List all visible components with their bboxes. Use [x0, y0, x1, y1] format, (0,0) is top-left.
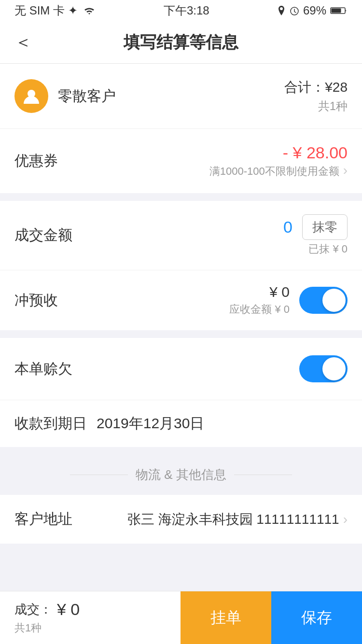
back-button[interactable]: ＜ — [14, 30, 32, 54]
logistics-header: 物流 & 其他信息 — [0, 455, 362, 495]
debit-toggle[interactable] — [299, 355, 348, 382]
toggle-knob — [322, 289, 346, 312]
deal-amount-right: 0 抹零 已抹 ¥ 0 — [283, 214, 348, 256]
address-section: 客户地址 张三 海淀永丰科技园 11111111111 › — [0, 495, 362, 544]
prepayment-toggle[interactable] — [299, 287, 348, 314]
user-icon — [22, 86, 41, 106]
svg-rect-2 — [332, 9, 341, 13]
deal-amount-row: 成交金额 0 抹零 已抹 ¥ 0 — [0, 201, 362, 270]
duedate-row: 收款到期日 2019年12月30日 — [0, 400, 362, 447]
coupon-right: - ¥ 28.00 满1000-100不限制使用金额 › — [209, 143, 348, 179]
nav-bar: ＜ 填写结算等信息 — [0, 21, 362, 64]
bottom-count: 共1种 — [14, 621, 181, 635]
address-label: 客户地址 — [14, 509, 72, 529]
bottom-deal: 成交： ¥ 0 — [14, 600, 181, 619]
prepayment-sub: 应收金额 ¥ 0 — [229, 302, 290, 317]
round-zero-button[interactable]: 抹零 — [302, 214, 348, 240]
wifi-icon — [83, 6, 96, 15]
deal-amount-sub: 已抹 ¥ 0 — [283, 242, 348, 256]
bottom-info: 成交： ¥ 0 共1种 — [0, 591, 181, 644]
customer-total: 合计：¥28 共1种 — [284, 78, 348, 114]
customer-avatar — [14, 79, 48, 113]
location-icon — [277, 6, 286, 15]
page-title: 填写结算等信息 — [124, 31, 238, 54]
duedate-value: 2019年12月30日 — [97, 414, 204, 434]
coupon-row[interactable]: 优惠券 - ¥ 28.00 满1000-100不限制使用金额 › — [0, 128, 362, 193]
customer-section: 零散客户 合计：¥28 共1种 优惠券 - ¥ 28.00 满1000-100不… — [0, 64, 362, 193]
prepayment-amount: ¥ 0 — [229, 284, 290, 300]
customer-row: 零散客户 合计：¥28 共1种 — [0, 64, 362, 128]
address-right: 张三 海淀永丰科技园 11111111111 › — [118, 510, 348, 529]
coupon-label: 优惠券 — [14, 151, 58, 171]
address-chevron-icon: › — [343, 512, 348, 527]
status-right: 69% — [277, 4, 348, 17]
save-button[interactable]: 保存 — [271, 591, 362, 644]
debit-toggle-knob — [322, 357, 346, 380]
prepayment-row: 冲预收 ¥ 0 应收金额 ¥ 0 — [0, 270, 362, 330]
customer-left: 零散客户 — [14, 79, 116, 113]
customer-name: 零散客户 — [58, 86, 116, 106]
deal-section: 成交金额 0 抹零 已抹 ¥ 0 冲预收 ¥ 0 应收金额 ¥ 0 — [0, 201, 362, 330]
debit-section: 本单赊欠 收款到期日 2019年12月30日 — [0, 338, 362, 447]
address-row[interactable]: 客户地址 张三 海淀永丰科技园 11111111111 › — [0, 495, 362, 544]
status-time: 下午3:18 — [164, 3, 209, 18]
battery-label: 69% — [303, 4, 326, 17]
coupon-chevron-icon: › — [343, 163, 348, 178]
status-bar: 无 SIM 卡 ✦ 下午3:18 69% — [0, 0, 362, 21]
coupon-desc: 满1000-100不限制使用金额 — [209, 164, 339, 179]
address-value: 张三 海淀永丰科技园 11111111111 — [127, 510, 339, 529]
prepayment-label: 冲预收 — [14, 291, 58, 310]
status-left: 无 SIM 卡 ✦ — [14, 3, 96, 18]
battery-icon — [330, 6, 348, 15]
duedate-label: 收款到期日 — [14, 414, 87, 434]
logistics-label: 物流 & 其他信息 — [136, 466, 226, 483]
coupon-discount: - ¥ 28.00 — [209, 143, 348, 162]
deal-amount-label: 成交金额 — [14, 225, 72, 245]
hang-button[interactable]: 挂单 — [181, 591, 271, 644]
debit-label: 本单赊欠 — [14, 359, 72, 379]
debit-row: 本单赊欠 — [0, 338, 362, 400]
deal-amount-value: 0 — [283, 218, 292, 237]
prepayment-right: ¥ 0 应收金额 ¥ 0 — [229, 284, 348, 317]
bottom-deal-amount: ¥ 0 — [57, 600, 80, 619]
sim-label: 无 SIM 卡 ✦ — [14, 3, 78, 18]
total-amount-label: 合计：¥28 — [284, 78, 348, 97]
total-count: 共1种 — [284, 98, 348, 114]
bottom-deal-label: 成交： — [14, 601, 52, 618]
bottom-bar: 成交： ¥ 0 共1种 挂单 保存 — [0, 591, 362, 644]
alarm-icon — [290, 6, 299, 15]
